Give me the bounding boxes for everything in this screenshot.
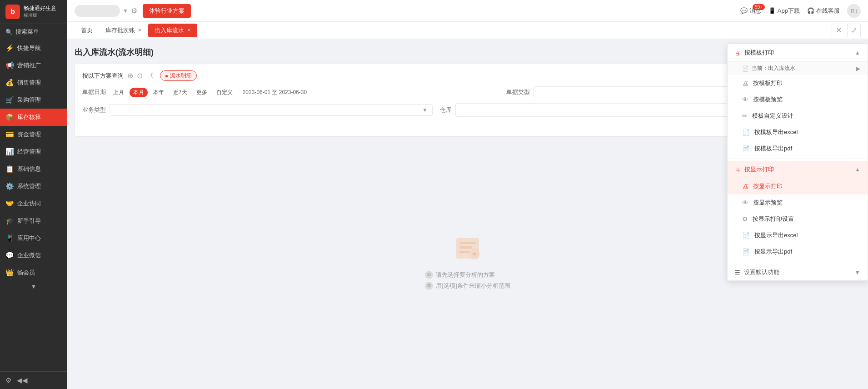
default-function-icon: ☰ xyxy=(735,269,740,276)
trial-btn[interactable]: 体验行业方案 xyxy=(143,4,191,18)
service-btn[interactable]: 🎧 在线客服 xyxy=(807,7,840,15)
header-right: 💬 消息 99+ 📱 App下载 🎧 在线客服 Rit xyxy=(740,4,861,18)
display-print-settings-label: 按显示打印设置 xyxy=(753,215,794,223)
display-print-item[interactable]: 🖨 按显示打印 xyxy=(728,178,868,194)
template-print-section-label: 按模板打印 xyxy=(744,49,774,57)
current-template-item[interactable]: 📄 当前：出入库流水 ▶ xyxy=(728,62,868,75)
header-user-area: ▼ ⚙ xyxy=(75,5,137,17)
sidebar-label-sales: 销售管理 xyxy=(17,79,41,87)
sidebar-settings-btn[interactable]: ⚙ xyxy=(5,376,11,384)
filter-tag[interactable]: ● 流水明细 xyxy=(160,70,197,81)
sidebar-item-sales[interactable]: 💰 销售管理 xyxy=(0,74,67,91)
template-preview-item[interactable]: 👁 按模板预览 xyxy=(728,91,868,108)
page-title: 出入库流水(流水明细) xyxy=(75,47,154,58)
tab-batch-account-label: 库存批次账 xyxy=(105,26,135,35)
sidebar-label-operations: 经营管理 xyxy=(17,148,41,156)
svg-rect-1 xyxy=(459,242,476,244)
sidebar-item-enterprise-wx[interactable]: 💬 企业微信 xyxy=(0,247,67,264)
dropdown-divider-2 xyxy=(728,262,868,262)
hint-num-2: ② xyxy=(425,282,433,290)
display-excel-item[interactable]: 📄 按显示导出excel xyxy=(728,227,868,244)
app-version: 标准版 xyxy=(24,12,56,19)
notice-btn[interactable]: 💬 消息 99+ xyxy=(740,7,761,15)
template-print-section-header[interactable]: 🖨 按模板打印 ▲ xyxy=(728,44,868,62)
sidebar-item-purchase[interactable]: 🛒 采购管理 xyxy=(0,91,67,109)
template-preview-icon: 👁 xyxy=(742,96,748,103)
dropdown-divider xyxy=(728,159,868,159)
date-btn-this-year[interactable]: 本年 xyxy=(150,88,168,97)
display-preview-item[interactable]: 👁 按显示预览 xyxy=(728,194,868,211)
sidebar-item-collab[interactable]: 🤝 企业协同 xyxy=(0,195,67,212)
display-print-section-header[interactable]: 🖨 按显示打印 ▲ xyxy=(728,161,868,178)
user-avatar[interactable]: Rit xyxy=(847,4,861,18)
filter-tag-icon: ● xyxy=(165,73,168,79)
tab-batch-account-close[interactable]: ✕ xyxy=(138,27,142,33)
sidebar-item-guide[interactable]: 🎓 新手引导 xyxy=(0,212,67,229)
header: ▼ ⚙ 体验行业方案 💬 消息 99+ 📱 App下载 🎧 在线客服 Rit xyxy=(67,0,868,22)
hint-text-1: 请先选择要分析的方案 xyxy=(436,271,495,279)
display-print-section-label: 按显示打印 xyxy=(744,165,774,174)
display-print-icon: 🖨 xyxy=(742,183,748,190)
template-pdf-item[interactable]: 📄 按模板导出pdf xyxy=(728,140,868,157)
header-username[interactable] xyxy=(75,5,120,17)
sidebar-label-vip: 畅会员 xyxy=(17,269,35,277)
sidebar-item-vip[interactable]: 👑 畅会员 xyxy=(0,264,67,281)
sidebar-item-app-center[interactable]: 📱 应用中心 xyxy=(0,229,67,247)
sidebar-label-quick-nav: 快捷导航 xyxy=(17,44,41,52)
search-add-icon[interactable]: ⊕ xyxy=(127,71,133,80)
sidebar-item-system[interactable]: ⚙️ 系统管理 xyxy=(0,178,67,195)
sales-icon: 💰 xyxy=(5,79,14,87)
tabs-list: 首页 库存批次账 ✕ 出入库流水 ✕ xyxy=(75,24,831,37)
template-design-icon: ✏ xyxy=(742,112,748,120)
app-download-btn[interactable]: 📱 App下载 xyxy=(768,7,800,15)
sidebar-item-operations[interactable]: 📊 经营管理 xyxy=(0,143,67,160)
date-btn-7days[interactable]: 近7天 xyxy=(170,88,191,97)
sidebar-search[interactable]: 🔍 搜索菜单 xyxy=(0,24,67,40)
hint-text-2: 用[选项]条件来缩小分析范围 xyxy=(436,282,510,290)
sidebar-scroll-down[interactable]: ▼ xyxy=(0,281,67,292)
sidebar-collapse-btn[interactable]: ◀◀ xyxy=(17,376,28,384)
date-btn-more[interactable]: 更多 xyxy=(193,88,211,97)
template-print-item[interactable]: 🖨 按模板打印 xyxy=(728,75,868,91)
search-settings-icon[interactable]: ⊙ xyxy=(137,71,143,80)
sidebar-item-basic-info[interactable]: 📋 基础信息 xyxy=(0,160,67,178)
sidebar-label-inventory: 库存核算 xyxy=(17,113,41,121)
search-collapse-icon[interactable]: 《 xyxy=(146,71,154,80)
template-excel-icon: 📄 xyxy=(742,129,750,136)
date-range-display: 2023-06-01 至 2023-06-30 xyxy=(240,88,309,97)
date-btn-last-month[interactable]: 上月 xyxy=(110,88,128,97)
display-print-settings-item[interactable]: ⚙ 按显示打印设置 xyxy=(728,211,868,227)
tabs-right-controls: ✕ ⤢ xyxy=(832,24,861,37)
set-default-function-item[interactable]: ☰ 设置默认功能 ▼ xyxy=(728,264,868,280)
quick-nav-icon: ⚡ xyxy=(5,44,14,52)
sidebar-item-quick-nav[interactable]: ⚡ 快捷导航 xyxy=(0,40,67,57)
business-type-arrow: ▼ xyxy=(422,107,428,113)
empty-hint-1: ① 请先选择要分析的方案 xyxy=(425,271,510,279)
tab-home[interactable]: 首页 xyxy=(75,24,99,37)
tab-flow-close[interactable]: ✕ xyxy=(187,27,191,33)
sidebar-item-funds[interactable]: 💳 资金管理 xyxy=(0,126,67,143)
template-design-item[interactable]: ✏ 模板自定义设计 xyxy=(728,108,868,124)
header-dropdown-icon[interactable]: ▼ xyxy=(123,8,128,14)
date-btn-this-month[interactable]: 本月 xyxy=(130,88,148,97)
current-template-label: 当前：出入库流水 xyxy=(752,65,795,72)
app-name-area: 畅捷通好生意 标准版 xyxy=(24,5,56,19)
display-pdf-item[interactable]: 📄 按显示导出pdf xyxy=(728,244,868,260)
sidebar-item-inventory[interactable]: 📦 库存核算 xyxy=(0,109,67,126)
header-settings-icon[interactable]: ⚙ xyxy=(131,6,137,15)
default-function-arrow: ▼ xyxy=(854,269,860,276)
tab-maximize-btn[interactable]: ⤢ xyxy=(847,24,861,37)
template-excel-label: 按模板导出excel xyxy=(754,128,798,136)
empty-state-icon xyxy=(449,229,486,265)
filter-tag-label: 流水明细 xyxy=(170,72,192,80)
sidebar-logo[interactable]: b 畅捷通好生意 标准版 xyxy=(0,0,67,24)
business-type-select[interactable]: ▼ xyxy=(110,104,433,116)
tab-batch-account[interactable]: 库存批次账 ✕ xyxy=(99,24,148,37)
template-print-label: 按模板打印 xyxy=(753,79,783,87)
template-excel-item[interactable]: 📄 按模板导出excel xyxy=(728,124,868,140)
sidebar-item-marketing[interactable]: 📢 营销推广 xyxy=(0,57,67,74)
display-print-label: 按显示打印 xyxy=(753,182,783,190)
tab-flow[interactable]: 出入库流水 ✕ xyxy=(148,24,197,37)
tab-close-all-btn[interactable]: ✕ xyxy=(832,24,845,37)
date-btn-custom[interactable]: 自定义 xyxy=(213,88,236,97)
